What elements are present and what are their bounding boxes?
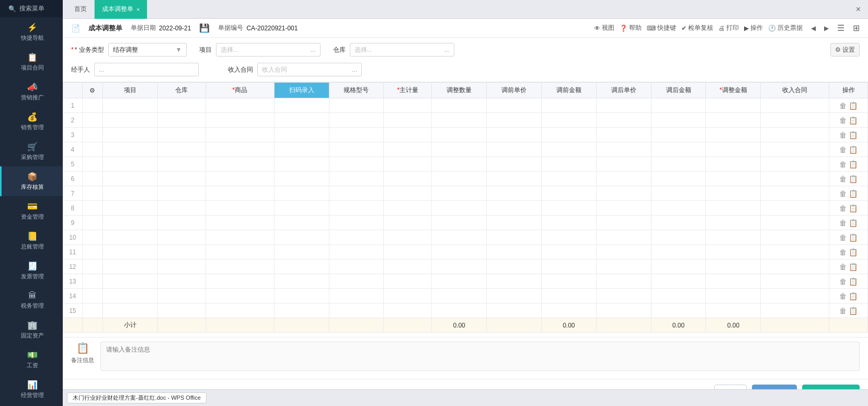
cell-13-spec[interactable] — [329, 274, 384, 289]
cell-6-scan[interactable] — [274, 172, 329, 186]
cell-5-unit[interactable] — [384, 157, 432, 172]
cell-15-post_price[interactable] — [596, 303, 651, 318]
cell-14-settings[interactable] — [82, 289, 102, 303]
nav-prev-button[interactable]: ◀ — [811, 25, 816, 32]
cell-8-post_amount[interactable] — [651, 201, 706, 216]
cell-1-settings[interactable] — [82, 98, 102, 113]
doc-action-print[interactable]: 🖨打印 — [718, 24, 739, 32]
handler-input[interactable]: ... — [94, 63, 199, 76]
cell-2-settings[interactable] — [82, 113, 102, 128]
cell-11-spec[interactable] — [329, 245, 384, 260]
cell-13-income_contract[interactable] — [761, 274, 829, 289]
sidebar-item-quick-nav[interactable]: ⚡快捷导航 — [0, 17, 63, 47]
cell-5-settings[interactable] — [82, 157, 102, 172]
cell-12-pre_price[interactable] — [487, 260, 542, 274]
cell-9-post_price[interactable] — [596, 216, 651, 230]
cell-14-warehouse[interactable] — [157, 289, 205, 303]
cell-15-product[interactable] — [205, 303, 274, 318]
cell-9-pre_price[interactable] — [487, 216, 542, 230]
cell-13-adj_amount[interactable] — [706, 274, 761, 289]
cell-2-unit[interactable] — [384, 113, 432, 128]
sidebar-item-ops-mgmt[interactable]: 📊经营管理 — [0, 375, 63, 404]
cell-13-project[interactable] — [103, 274, 158, 289]
cell-4-scan[interactable] — [274, 142, 329, 157]
cell-8-spec[interactable] — [329, 201, 384, 216]
cell-5-income_contract[interactable] — [761, 157, 829, 172]
cell-6-unit[interactable] — [384, 172, 432, 186]
cell-12-post_price[interactable] — [596, 260, 651, 274]
sidebar-item-fund-mgmt[interactable]: 💳资金管理 — [0, 196, 63, 226]
tab-home[interactable]: 首页 — [67, 0, 95, 19]
cell-10-post_price[interactable] — [596, 230, 651, 245]
cell-4-income_contract[interactable] — [761, 142, 829, 157]
cell-5-spec[interactable] — [329, 157, 384, 172]
cell-3-post_price[interactable] — [596, 128, 651, 142]
cell-2-income_contract[interactable] — [761, 113, 829, 128]
cell-5-adj_amount[interactable] — [706, 157, 761, 172]
cell-4-adj_amount[interactable] — [706, 142, 761, 157]
cell-3-warehouse[interactable] — [157, 128, 205, 142]
cell-12-income_contract[interactable] — [761, 260, 829, 274]
cell-8-unit[interactable] — [384, 201, 432, 216]
cell-15-scan[interactable] — [274, 303, 329, 318]
cell-5-pre_price[interactable] — [487, 157, 542, 172]
cell-4-pre_price[interactable] — [487, 142, 542, 157]
cell-4-product[interactable] — [205, 142, 274, 157]
col-header-settings[interactable]: ⚙ — [82, 83, 102, 98]
cell-3-project[interactable] — [103, 128, 158, 142]
cell-15-adj_amount[interactable] — [706, 303, 761, 318]
row-13-delete-button[interactable]: 🗑 — [838, 277, 848, 286]
cell-6-post_price[interactable] — [596, 172, 651, 186]
cell-1-income_contract[interactable] — [761, 98, 829, 113]
cell-14-unit[interactable] — [384, 289, 432, 303]
cell-1-adj_amount[interactable] — [706, 98, 761, 113]
cell-1-scan[interactable] — [274, 98, 329, 113]
cell-2-product[interactable] — [205, 113, 274, 128]
cell-6-settings[interactable] — [82, 172, 102, 186]
cell-1-adj_qty[interactable] — [432, 98, 487, 113]
row-14-copy-button[interactable]: 📋 — [848, 292, 859, 300]
cell-3-spec[interactable] — [329, 128, 384, 142]
cell-6-product[interactable] — [205, 172, 274, 186]
row-4-copy-button[interactable]: 📋 — [848, 145, 859, 154]
cell-8-scan[interactable] — [274, 201, 329, 216]
row-10-copy-button[interactable]: 📋 — [848, 233, 859, 242]
row-8-delete-button[interactable]: 🗑 — [838, 204, 848, 212]
cell-12-pre_amount[interactable] — [541, 260, 596, 274]
row-9-delete-button[interactable]: 🗑 — [838, 219, 848, 227]
cell-12-warehouse[interactable] — [157, 260, 205, 274]
cell-14-income_contract[interactable] — [761, 289, 829, 303]
cell-4-unit[interactable] — [384, 142, 432, 157]
row-11-copy-button[interactable]: 📋 — [848, 248, 859, 256]
business-type-select[interactable]: 结存调整 ▼ — [108, 43, 187, 57]
cell-15-project[interactable] — [103, 303, 158, 318]
sidebar-search[interactable]: 🔍 搜索菜单 — [0, 0, 63, 17]
cell-15-unit[interactable] — [384, 303, 432, 318]
cell-10-pre_amount[interactable] — [541, 230, 596, 245]
cell-11-scan[interactable] — [274, 245, 329, 260]
income-contract-input[interactable]: 收入合同 ... — [257, 63, 362, 76]
cell-12-post_amount[interactable] — [651, 260, 706, 274]
cell-14-post_price[interactable] — [596, 289, 651, 303]
cell-14-scan[interactable] — [274, 289, 329, 303]
cell-7-scan[interactable] — [274, 186, 329, 201]
cell-3-income_contract[interactable] — [761, 128, 829, 142]
cell-13-product[interactable] — [205, 274, 274, 289]
cell-14-spec[interactable] — [329, 289, 384, 303]
cell-15-settings[interactable] — [82, 303, 102, 318]
row-6-copy-button[interactable]: 📋 — [848, 175, 859, 183]
cell-10-post_amount[interactable] — [651, 230, 706, 245]
cell-15-adj_qty[interactable] — [432, 303, 487, 318]
cell-6-adj_qty[interactable] — [432, 172, 487, 186]
cell-10-product[interactable] — [205, 230, 274, 245]
row-8-copy-button[interactable]: 📋 — [848, 204, 859, 212]
row-14-delete-button[interactable]: 🗑 — [838, 292, 848, 300]
cell-15-spec[interactable] — [329, 303, 384, 318]
cell-7-pre_amount[interactable] — [541, 186, 596, 201]
sidebar-item-salary[interactable]: 💵工资 — [0, 345, 63, 375]
cell-9-settings[interactable] — [82, 216, 102, 230]
cell-7-pre_price[interactable] — [487, 186, 542, 201]
cell-8-adj_amount[interactable] — [706, 201, 761, 216]
cell-11-income_contract[interactable] — [761, 245, 829, 260]
cell-11-adj_amount[interactable] — [706, 245, 761, 260]
